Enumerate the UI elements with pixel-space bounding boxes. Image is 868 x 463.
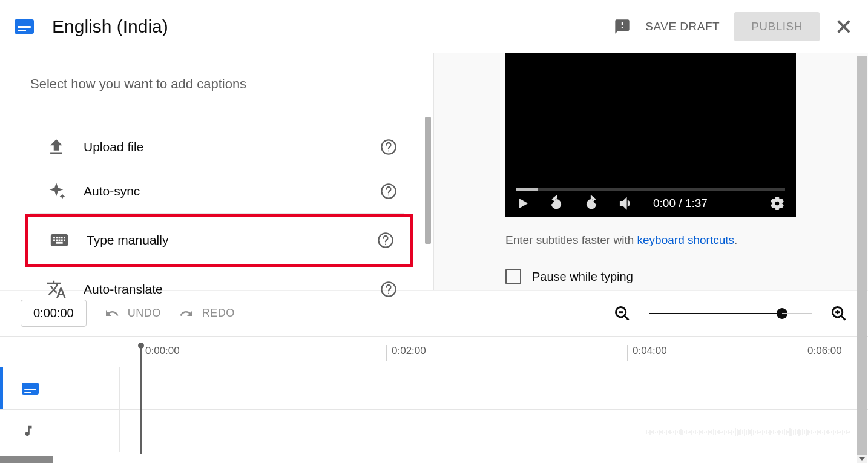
svg-text:10: 10	[554, 202, 561, 208]
svg-text:10: 10	[590, 202, 596, 208]
option-label: Auto-translate	[84, 282, 380, 297]
option-auto-sync[interactable]: Auto-sync	[30, 169, 404, 214]
option-label: Type manually	[87, 233, 377, 248]
help-icon[interactable]	[380, 183, 397, 200]
bottom-handle	[0, 456, 53, 463]
keyboard-icon	[49, 230, 70, 251]
help-icon[interactable]	[377, 232, 394, 249]
page-title: English (India)	[52, 16, 168, 37]
rewind-10-icon[interactable]: 10	[548, 195, 565, 212]
video-player[interactable]: 10 10 0:00 / 1:37	[505, 53, 796, 217]
help-icon[interactable]	[380, 139, 397, 156]
timeline-caption-track[interactable]	[0, 367, 868, 410]
feedback-icon[interactable]	[614, 18, 631, 35]
playhead[interactable]	[140, 345, 142, 454]
svg-point-5	[388, 194, 389, 195]
timeline-tick: 0:02:00	[386, 345, 426, 361]
zoom-out-icon[interactable]	[614, 305, 631, 322]
forward-10-icon[interactable]: 10	[583, 195, 600, 212]
panel-prompt: Select how you want to add captions	[30, 76, 404, 92]
timeline-tick: 0:00:00	[145, 345, 180, 361]
header-bar: English (India) SAVE DRAFT PUBLISH	[0, 0, 868, 53]
save-draft-button[interactable]: SAVE DRAFT	[645, 20, 720, 33]
caption-method-panel: Select how you want to add captions Uplo…	[0, 53, 433, 290]
svg-point-9	[388, 292, 389, 294]
option-type-manually[interactable]: Type manually	[25, 214, 413, 267]
subtitle-icon	[15, 19, 34, 34]
preview-panel: 10 10 0:00 / 1:37 Enter subtitles faster…	[433, 53, 868, 290]
option-upload-file[interactable]: Upload file	[30, 125, 404, 169]
option-label: Upload file	[84, 140, 380, 154]
zoom-in-icon[interactable]	[830, 305, 847, 322]
close-icon	[834, 17, 853, 36]
translate-icon	[46, 279, 67, 300]
svg-line-13	[625, 315, 629, 320]
timeline-tick: 0:04:00	[627, 345, 667, 361]
waveform	[645, 426, 850, 438]
zoom-slider-thumb[interactable]	[777, 308, 787, 319]
close-button[interactable]	[834, 17, 853, 36]
option-label: Auto-sync	[84, 184, 380, 199]
timeline[interactable]: 0:00:00 0:02:00 0:04:00 0:06:00	[0, 336, 868, 463]
volume-icon[interactable]	[618, 195, 635, 212]
panel-scrollbar[interactable]	[425, 117, 431, 244]
music-note-icon	[22, 422, 35, 439]
video-time: 0:00 / 1:37	[653, 197, 708, 210]
zoom-slider[interactable]	[649, 313, 782, 314]
svg-line-16	[841, 315, 846, 320]
timeline-tick: 0:06:00	[807, 345, 842, 361]
scrollbar-down-arrow[interactable]	[857, 455, 867, 463]
upload-icon	[46, 137, 67, 157]
subtitle-track-icon	[22, 383, 39, 395]
page-scrollbar[interactable]	[857, 56, 867, 455]
keyboard-hint: Enter subtitles faster with keyboard sho…	[505, 234, 856, 247]
keyboard-shortcuts-link[interactable]: keyboard shortcuts	[637, 234, 735, 246]
pause-label: Pause while typing	[532, 270, 633, 284]
pause-while-typing-checkbox[interactable]	[505, 269, 521, 284]
option-auto-translate[interactable]: Auto-translate	[30, 267, 404, 311]
svg-point-7	[385, 243, 386, 245]
publish-button[interactable]: PUBLISH	[734, 12, 820, 41]
sparkle-icon	[46, 181, 67, 202]
gear-icon[interactable]	[769, 195, 785, 211]
help-icon[interactable]	[380, 281, 397, 298]
play-icon[interactable]	[516, 195, 530, 211]
svg-point-3	[388, 150, 389, 151]
